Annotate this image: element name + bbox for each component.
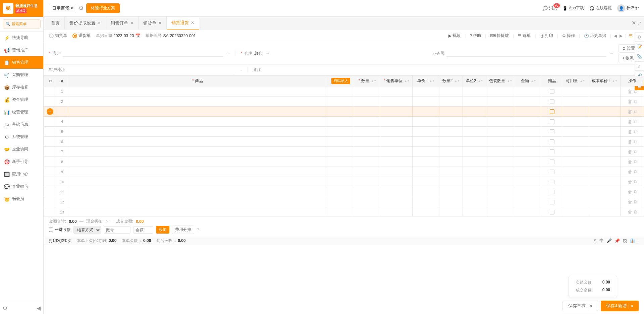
action-select[interactable]: ☰ 选单: [517, 32, 532, 39]
tab-close-sales-order[interactable]: ✕: [130, 21, 133, 25]
sidebar-item-enterprise[interactable]: 🤝 企业协同: [0, 143, 43, 155]
table-settings-icon[interactable]: ⚙: [48, 79, 52, 83]
row-delete-1[interactable]: 🗑: [628, 89, 632, 94]
row-qty-1[interactable]: [354, 86, 381, 97]
right-panel-attachment-button[interactable]: 📎: [635, 52, 644, 61]
staff-more-button[interactable]: ···: [610, 51, 613, 56]
app-download-button[interactable]: 📱 App下载: [562, 5, 584, 11]
product-input-3[interactable]: [71, 109, 324, 114]
gift-checkbox-11[interactable]: [550, 190, 554, 194]
warehouse-more-button[interactable]: ···: [266, 51, 269, 56]
customer-input[interactable]: [63, 50, 223, 57]
save-new-dropdown-icon[interactable]: ▾: [629, 304, 633, 309]
gift-checkbox-3[interactable]: [550, 109, 554, 114]
add-payment-button[interactable]: 添加: [156, 226, 169, 234]
sidebar-item-purchase[interactable]: 🛒 采购管理: [0, 69, 43, 81]
save-new-button[interactable]: 保存&新增 ▾: [601, 301, 639, 311]
calendar-icon[interactable]: 📅: [135, 34, 140, 38]
right-panel-notes-button[interactable]: 📝: [635, 42, 644, 51]
row-delete-13[interactable]: 🗑: [628, 209, 632, 215]
payment-help-icon[interactable]: ?: [197, 228, 199, 232]
one-click-payment-checkbox[interactable]: 一键收款: [49, 227, 71, 233]
payment-checkbox-input[interactable]: [49, 228, 53, 232]
page-close-button[interactable]: ✕: [632, 20, 636, 26]
row-delete-12[interactable]: 🗑: [628, 199, 632, 205]
qty-input-1[interactable]: [357, 89, 378, 94]
row-qty2-3[interactable]: [439, 107, 463, 117]
user-profile[interactable]: 👤 徐泽华: [617, 4, 639, 12]
sidebar-item-quick-nav[interactable]: ⚡ 快捷导航: [0, 32, 43, 44]
row-gift-3[interactable]: [542, 107, 562, 117]
price-info-icon[interactable]: ℹ: [426, 79, 428, 83]
right-panel-star-button[interactable]: ☆: [635, 61, 644, 71]
row-price-2[interactable]: [413, 97, 439, 107]
toolbar-icon-s[interactable]: S: [594, 238, 597, 243]
sidebar-collapse-button[interactable]: ◀: [37, 305, 41, 311]
toolbar-icon-zh[interactable]: 中: [599, 238, 604, 244]
tab-close-sales-return[interactable]: ✕: [191, 20, 194, 25]
row-product-1[interactable]: [68, 86, 327, 97]
sidebar-settings-button[interactable]: ⚙: [3, 305, 7, 311]
sidebar-item-wechat[interactable]: 💬 企业微信: [0, 180, 43, 193]
row-product-2[interactable]: [68, 97, 327, 107]
toolbar-icon-mic[interactable]: 🎤: [606, 238, 612, 243]
staff-input[interactable]: [446, 50, 606, 57]
row-pack-1[interactable]: [486, 86, 515, 97]
row-delete-11[interactable]: 🗑: [628, 189, 632, 195]
right-panel-settings-button[interactable]: ⚙: [635, 32, 644, 42]
experience-button[interactable]: 体验行业方案: [86, 3, 120, 13]
row-unit-1[interactable]: [381, 86, 413, 97]
action-history[interactable]: 🕐 历史单据: [583, 32, 607, 39]
row-delete-10[interactable]: 🗑: [628, 179, 632, 185]
sidebar-item-app-center[interactable]: 🔲 应用中心: [0, 168, 43, 180]
address-more-button[interactable]: ···: [238, 68, 242, 72]
row-qty-3[interactable]: [354, 107, 381, 117]
row-delete-4[interactable]: 🗑: [628, 119, 632, 124]
sidebar-item-inventory[interactable]: 📦 库存核算: [0, 81, 43, 93]
tab-sales-delivery[interactable]: 销货单 ✕: [139, 17, 167, 29]
row-delete-7[interactable]: 🗑: [628, 149, 632, 154]
sidebar-item-marketing[interactable]: 📢 营销推广: [0, 44, 43, 56]
row-unit-3[interactable]: [381, 107, 413, 117]
save-draft-button[interactable]: 保存草稿 ▾: [562, 301, 598, 311]
gift-checkbox-8[interactable]: [550, 160, 554, 164]
row-product-3[interactable]: [68, 107, 327, 117]
calc-method-select[interactable]: 结算方式: [73, 226, 101, 234]
row-qty2-1[interactable]: [439, 86, 463, 97]
row-delete-5[interactable]: 🗑: [628, 129, 632, 134]
tab-close-sales-delivery[interactable]: ✕: [158, 21, 162, 25]
row-qty2-2[interactable]: [439, 97, 463, 107]
row-delete-2[interactable]: 🗑: [628, 99, 632, 104]
gift-checkbox-7[interactable]: [550, 149, 554, 154]
address-input[interactable]: [67, 67, 235, 73]
nav-prev-button[interactable]: ◀: [614, 34, 617, 38]
tab-home[interactable]: 首页: [46, 17, 65, 29]
gift-checkbox-9[interactable]: [550, 170, 554, 174]
gift-checkbox-1[interactable]: [550, 89, 554, 94]
daily-category-select[interactable]: 日用百货 ▾: [49, 4, 76, 13]
tab-price-settings[interactable]: 售价提取设置 ✕: [65, 17, 106, 29]
gift-checkbox-4[interactable]: [550, 119, 554, 124]
row-delete-3[interactable]: 🗑: [628, 109, 632, 114]
remark-input[interactable]: [263, 67, 639, 73]
action-help[interactable]: ? 帮助: [468, 32, 482, 39]
sidebar-item-operations[interactable]: 📊 经营管理: [0, 106, 43, 118]
gift-checkbox-5[interactable]: [550, 129, 554, 134]
toolbar-icon-shirt[interactable]: 👔: [630, 238, 635, 243]
product-input-1[interactable]: [71, 89, 324, 94]
add-row-button[interactable]: +: [47, 108, 53, 115]
customer-more-button[interactable]: ···: [226, 51, 230, 56]
save-draft-dropdown-icon[interactable]: ▾: [588, 304, 592, 309]
th-scan[interactable]: 扫码录入: [327, 76, 354, 86]
page-expand-button[interactable]: ⤢: [637, 20, 641, 26]
nav-next-button[interactable]: ▶: [620, 34, 623, 38]
tab-close-price-settings[interactable]: ✕: [98, 21, 101, 25]
header-gear-button[interactable]: ⚙: [79, 5, 84, 11]
split-payment-button[interactable]: 费用分摊: [172, 226, 194, 234]
gift-checkbox-10[interactable]: [550, 180, 554, 184]
row-pack-2[interactable]: [486, 97, 515, 107]
cost-info-icon[interactable]: ℹ: [609, 79, 610, 83]
th-settings[interactable]: ⚙: [44, 76, 56, 86]
row-delete-8[interactable]: 🗑: [628, 159, 632, 165]
sidebar-item-sales[interactable]: 📋 销售管理: [0, 56, 43, 69]
